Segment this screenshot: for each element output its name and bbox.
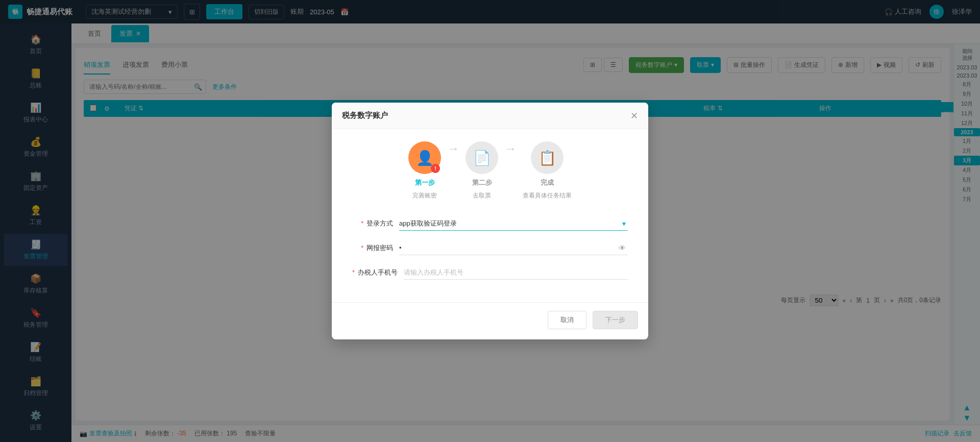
next-button[interactable]: 下一步 [593,311,638,329]
phone-input-wrap [404,265,628,280]
step-2-icon-wrap: 📄 [465,141,498,174]
step-1: 👤 ! 第一步 完善账密 [408,141,441,200]
eye-icon[interactable]: 👁 [619,244,626,252]
step-3-label: 完成 [541,178,554,187]
step-1-icon: 👤 [416,150,434,166]
step-3-icon: 📋 [538,150,556,166]
phone-label: * 办税人手机号 [352,268,398,277]
form-field-phone: * 办税人手机号 [352,265,628,280]
password-input-wrap: 👁 [399,241,628,255]
phone-input[interactable] [404,265,628,279]
step-3-icon-wrap: 📋 [531,141,564,174]
modal-close-btn[interactable]: ✕ [630,111,638,120]
step-2-icon: 📄 [473,150,491,166]
step-arrow-1: → [441,141,465,174]
required-star-phone: * [352,268,355,276]
password-input[interactable] [399,241,628,255]
modal-footer: 取消 下一步 [332,302,648,339]
modal-overlay[interactable]: 税务数字账户 ✕ 👤 ! 第一步 完善账密 → [0,0,980,442]
step-1-desc: 完善账密 [412,191,437,200]
password-label: * 网报密码 [352,243,393,253]
step-2-desc: 去取票 [473,191,491,200]
login-method-label: * 登录方式 [352,219,393,228]
login-method-select-wrap: app获取验证码登录 账号密码登录 ▾ [399,216,628,231]
login-method-select[interactable]: app获取验证码登录 账号密码登录 [399,216,628,231]
required-star-login: * [361,219,363,227]
step-1-icon-wrap: 👤 ! [408,141,441,174]
step-2-label: 第二步 [472,178,492,187]
required-star-password: * [361,244,363,252]
steps-row: 👤 ! 第一步 完善账密 → 📄 第二步 去取票 → [352,141,628,200]
modal-header: 税务数字账户 ✕ [332,103,648,129]
modal-title: 税务数字账户 [342,111,388,120]
step-2: 📄 第二步 去取票 [465,141,498,200]
modal-dialog: 税务数字账户 ✕ 👤 ! 第一步 完善账密 → [332,103,648,339]
cancel-button[interactable]: 取消 [548,311,586,329]
step-1-badge: ! [431,164,440,173]
step-3: 📋 完成 查看具体任务结果 [523,141,572,200]
step-1-label: 第一步 [415,178,435,187]
form-field-login-method: * 登录方式 app获取验证码登录 账号密码登录 ▾ [352,216,628,231]
step-3-desc: 查看具体任务结果 [523,191,572,200]
form-field-password: * 网报密码 👁 [352,241,628,255]
step-arrow-2: → [498,141,523,174]
modal-body: 👤 ! 第一步 完善账密 → 📄 第二步 去取票 → [332,129,648,302]
